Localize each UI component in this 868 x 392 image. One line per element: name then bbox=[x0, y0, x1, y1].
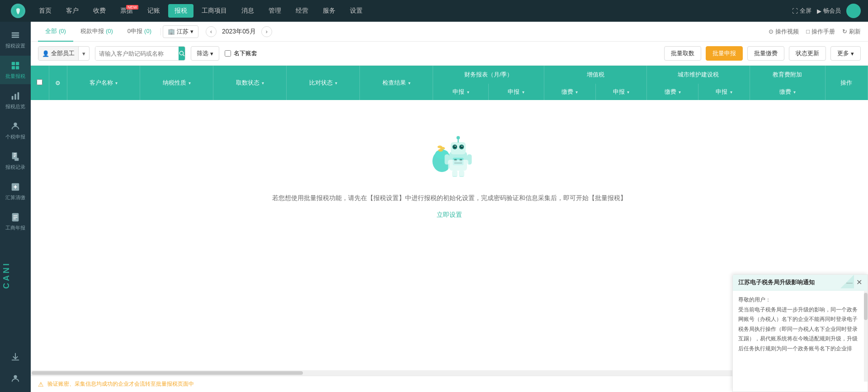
th-tax-type: 纳税性质 ▾ bbox=[140, 66, 213, 100]
notification-body: 尊敬的用户：受当前电子税务局进一步升级的影响，同一个政务网账号（办税人）名下的企… bbox=[733, 291, 868, 383]
select-all-checkbox[interactable] bbox=[37, 79, 42, 85]
nav-item-manage[interactable]: 管理 bbox=[262, 4, 288, 18]
svg-rect-15 bbox=[14, 156, 15, 157]
sidebar: 报税设置 批量报税 报税总览 bbox=[0, 22, 31, 392]
nav-item-home[interactable]: 首页 bbox=[33, 4, 58, 18]
toolbar-right: 批量取数 批量申报 批量缴费 状态更新 更多 ▾ bbox=[664, 46, 861, 61]
nav-item-tax[interactable]: 报税 bbox=[168, 4, 193, 18]
th-financial-report: 财务报表（月/季） bbox=[433, 66, 544, 84]
nav-item-commerce[interactable]: 工商项目 bbox=[195, 4, 233, 18]
sidebar-item-tax-settings[interactable]: 报税设置 bbox=[0, 25, 31, 54]
sidebar-item-batch-tax[interactable]: 批量报税 bbox=[0, 56, 31, 84]
vat-pay-filter-icon[interactable]: ▾ bbox=[576, 90, 578, 95]
nav-item-bookkeeping[interactable]: 记账 bbox=[141, 4, 166, 18]
region-icon: 🏢 bbox=[168, 28, 175, 35]
nav-right: ⛶ 全屏 ▶ 畅会员 bbox=[792, 4, 861, 18]
tab-zero-declare[interactable]: 0申报(0) bbox=[120, 22, 159, 42]
svg-rect-10 bbox=[18, 92, 19, 100]
status-update-button[interactable]: 状态更新 bbox=[789, 46, 826, 61]
nav-item-fee[interactable]: 收费 bbox=[87, 4, 112, 18]
employee-select[interactable]: 👤 全部员工 ▾ bbox=[38, 46, 90, 61]
fullscreen-button[interactable]: ⛶ 全屏 bbox=[792, 7, 811, 15]
tax-records-icon bbox=[10, 151, 21, 162]
edu-declare-filter-icon[interactable]: ▾ bbox=[730, 90, 732, 95]
video-button[interactable]: ⊙ 操作视频 bbox=[769, 28, 799, 36]
svg-rect-6 bbox=[12, 66, 15, 69]
notification-scroll-thumb[interactable] bbox=[864, 293, 868, 320]
filter-button[interactable]: 筛选 ▾ bbox=[191, 46, 219, 61]
region-selector[interactable]: 🏢 江苏 ▾ bbox=[163, 25, 198, 38]
name-account-checkbox[interactable] bbox=[225, 50, 231, 57]
member-button[interactable]: ▶ 畅会员 bbox=[817, 7, 841, 15]
batch-fetch-button[interactable]: 批量取数 bbox=[664, 46, 701, 61]
employee-dropdown-arrow[interactable]: ▾ bbox=[79, 47, 89, 60]
notification-scrollbar[interactable] bbox=[864, 291, 868, 382]
svg-line-24 bbox=[183, 55, 184, 56]
svg-point-23 bbox=[179, 51, 183, 55]
nav-item-service[interactable]: 服务 bbox=[316, 4, 342, 18]
nav-item-operation[interactable]: 经营 bbox=[289, 4, 315, 18]
manual-button[interactable]: □ 操作手册 bbox=[806, 28, 835, 36]
sidebar-item-personal-tax[interactable]: 个税申报 bbox=[0, 116, 31, 145]
data-table: ⚙ 客户名称 ▾ 纳税性质 ▾ 取数状态 ▾ 比对状态 ▾ 检查结果 ▾ 财务报… bbox=[31, 66, 868, 246]
sidebar-label-annual-report: 工商年报 bbox=[5, 225, 25, 231]
check-result-filter-icon[interactable]: ▾ bbox=[408, 81, 410, 86]
compare-status-filter-icon[interactable]: ▾ bbox=[335, 81, 337, 86]
svg-rect-13 bbox=[14, 153, 16, 154]
nav-item-ticket[interactable]: 票据 NEW bbox=[114, 4, 139, 18]
notification-content: 尊敬的用户：受当前电子税务局进一步升级的影响，同一个政务网账号（办税人）名下的企… bbox=[738, 295, 862, 354]
search-button[interactable] bbox=[179, 46, 185, 61]
sidebar-item-settlement[interactable]: 汇算清缴 bbox=[0, 177, 31, 206]
svg-point-37 bbox=[454, 146, 455, 147]
svg-point-30 bbox=[438, 146, 443, 148]
customer-name-filter-icon[interactable]: ▾ bbox=[115, 81, 118, 86]
sidebar-item-download[interactable] bbox=[0, 347, 31, 367]
sidebar-item-tax-records[interactable]: 报税记录 bbox=[0, 147, 31, 175]
th-gear[interactable]: ⚙ bbox=[49, 66, 67, 100]
sidebar-item-annual-report[interactable]: 工商年报 bbox=[0, 207, 31, 236]
sidebar-item-tax-overview[interactable]: 报税总览 bbox=[0, 86, 31, 115]
search-input[interactable] bbox=[95, 47, 179, 60]
th-edu-pay: 缴费 ▾ bbox=[750, 84, 825, 100]
city-declare-filter-icon[interactable]: ▾ bbox=[627, 90, 629, 95]
city-pay-filter-icon[interactable]: ▾ bbox=[679, 90, 681, 95]
th-operation: 操作 bbox=[825, 66, 868, 100]
batch-declare-button[interactable]: 批量申报 bbox=[706, 46, 743, 61]
batch-pay-button[interactable]: 批量缴费 bbox=[747, 46, 784, 61]
sidebar-item-user[interactable] bbox=[0, 368, 31, 388]
nav-item-customer[interactable]: 客户 bbox=[60, 4, 85, 18]
th-city-tax: 城市维护建设税 bbox=[647, 66, 750, 84]
nav-items: 首页 客户 收费 票据 NEW 记账 报税 工商项目 消息 管理 经营 服务 设… bbox=[33, 4, 792, 18]
logo-icon bbox=[11, 4, 25, 18]
video-icon: ⊙ bbox=[769, 28, 774, 35]
checkbox-wrap[interactable]: 名下账套 bbox=[225, 49, 257, 57]
scroll-thumb[interactable] bbox=[32, 371, 303, 375]
refresh-button[interactable]: ↻ 刷新 bbox=[842, 28, 861, 36]
nav-item-settings[interactable]: 设置 bbox=[344, 4, 369, 18]
sidebar-label-batch-tax: 批量报税 bbox=[5, 73, 25, 80]
fetch-status-filter-icon[interactable]: ▾ bbox=[262, 81, 264, 86]
svg-rect-14 bbox=[14, 155, 16, 155]
sidebar-label-tax-settings: 报税设置 bbox=[5, 43, 25, 49]
tab-tax-declare[interactable]: 税款申报(0) bbox=[73, 22, 120, 42]
more-button[interactable]: 更多 ▾ bbox=[830, 46, 861, 61]
svg-point-22 bbox=[14, 375, 17, 378]
prev-month-button[interactable]: ‹ bbox=[206, 26, 217, 37]
th-city-declare: 申报 ▾ bbox=[595, 84, 647, 100]
svg-point-38 bbox=[461, 146, 462, 147]
svg-rect-1 bbox=[12, 33, 19, 34]
th-city-pay: 缴费 ▾ bbox=[647, 84, 698, 100]
tab-all[interactable]: 全部(0) bbox=[38, 22, 73, 42]
user-avatar[interactable] bbox=[846, 4, 861, 18]
vat-declare-filter-icon[interactable]: ▾ bbox=[522, 90, 524, 95]
month-text: 2023年05月 bbox=[222, 28, 256, 36]
notification-close-button[interactable]: ✕ bbox=[856, 279, 862, 286]
tax-type-filter-icon[interactable]: ▾ bbox=[189, 81, 191, 86]
svg-rect-4 bbox=[12, 62, 15, 65]
next-month-button[interactable]: › bbox=[261, 26, 272, 37]
nav-item-message[interactable]: 消息 bbox=[235, 4, 260, 18]
edu-pay-filter-icon[interactable]: ▾ bbox=[793, 90, 796, 95]
financial-declare-filter-icon[interactable]: ▾ bbox=[467, 90, 469, 95]
svg-rect-7 bbox=[16, 66, 19, 69]
setup-link[interactable]: 立即设置 bbox=[437, 211, 462, 219]
